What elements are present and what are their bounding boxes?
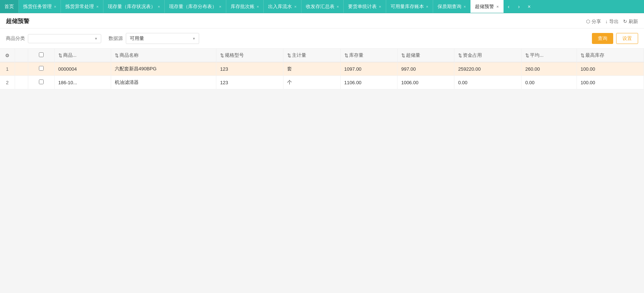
th-product-name[interactable]: ⇅ 商品名称 [111,49,216,62]
filter-actions: 查询 设置 [592,33,638,44]
nav-item-stock-status[interactable]: 现存量（库存状况表） × [103,0,165,13]
nav-item-stock-dist[interactable]: 现存量（库存分布表） × [165,0,226,13]
export-button[interactable]: ↓ 导出 [605,18,619,25]
sort-icon: ⇅ [525,53,529,58]
header-actions: ⬡ 分享 ↓ 导出 ↻ 刷新 [586,18,638,25]
refresh-icon: ↻ [623,19,627,24]
nav-item-overstock[interactable]: 超储预警 × [471,0,503,13]
sort-icon: ⇅ [58,53,62,58]
td-product-name-2: 机油滤清器 [111,76,216,89]
td-spec-1: 123 [216,62,283,76]
td-max-stock-1: 100.00 [577,62,644,76]
row-checkbox-2[interactable] [39,79,44,84]
td-over-stock-2: 1006.00 [397,76,454,89]
data-table: ⚙ ⇅ 商品... ⇅ 商品名 [0,49,644,89]
close-icon[interactable]: × [96,4,98,9]
sort-icon: ⇅ [115,53,119,58]
datasource-select[interactable]: 可用量 ▾ [126,33,199,44]
close-icon[interactable]: × [294,4,296,9]
nav-item-inout-flow[interactable]: 出入库流水 × [264,0,301,13]
td-capital-1: 259220.00 [454,62,522,76]
td-row-num-2: 2 [0,76,15,89]
close-icon[interactable]: × [257,4,259,9]
td-row-num-1: 1 [0,62,15,76]
td-unit-2: 个 [283,76,340,89]
th-spec[interactable]: ⇅ 规格型号 [216,49,283,62]
td-checkbox-2 [28,76,54,89]
td-unit-1: 套 [283,62,340,76]
td-over-stock-1: 997.00 [397,62,454,76]
nav-prev-arrow[interactable]: ‹ [504,0,514,13]
close-icon[interactable]: × [379,4,381,9]
page-title: 超储预警 [6,18,29,25]
close-icon[interactable]: × [464,4,466,9]
th-over-stock[interactable]: ⇅ 超储量 [397,49,454,62]
td-capital-2: 0.00 [454,76,522,89]
filter-area: 商品分类 ▾ 数据源 可用量 ▾ 查询 设置 [0,29,644,49]
td-checkbox-1 [28,62,54,76]
close-icon[interactable]: × [219,4,221,9]
sort-icon: ⇅ [581,53,585,58]
table-header-row: ⚙ ⇅ 商品... ⇅ 商品名 [0,49,644,62]
datasource-label: 数据源 [109,35,123,42]
td-stock-2: 1106.00 [340,76,397,89]
sort-icon: ⇅ [287,53,291,58]
td-avg-1: 260.00 [522,62,577,76]
nav-item-order-stats[interactable]: 要货单统计表 × [344,0,386,13]
td-spec-2: 123 [216,76,283,89]
category-select[interactable]: ▾ [28,34,101,43]
nav-item-batch-account[interactable]: 库存批次账 × [226,0,264,13]
select-all-checkbox[interactable] [39,52,44,57]
close-icon[interactable]: × [496,4,498,9]
nav-next-arrow[interactable]: › [514,0,524,13]
th-avg[interactable]: ⇅ 平均... [522,49,577,62]
close-icon[interactable]: × [426,4,428,9]
nav-item-exception-handle[interactable]: 拣货异常处理 × [61,0,103,13]
table-row: 2 186-10... 机油滤清器 123 个 1106.00 1006.00 … [0,76,644,89]
refresh-button[interactable]: ↻ 刷新 [623,18,638,25]
export-icon: ↓ [605,19,608,24]
nav-item-home[interactable]: 首页 [0,0,19,13]
td-avg-2: 0.00 [522,76,577,89]
th-num [15,49,28,62]
nav-item-expiry[interactable]: 保质期查询 × [433,0,471,13]
datasource-value: 可用量 [130,35,144,42]
close-icon[interactable]: × [337,4,339,9]
th-stock[interactable]: ⇅ 库存量 [340,49,397,62]
sort-icon: ⇅ [220,53,224,58]
td-seq-2 [15,76,28,89]
td-product-name-1: 六配套新昌490BPG [111,62,216,76]
page-container: 超储预警 ⬡ 分享 ↓ 导出 ↻ 刷新 商品分类 ▾ 数据源 [0,13,644,89]
td-seq-1 [15,62,28,76]
nav-item-available-account[interactable]: 可用量库存账本 × [386,0,433,13]
query-button[interactable]: 查询 [592,33,613,44]
th-product-code[interactable]: ⇅ 商品... [54,49,111,62]
category-label: 商品分类 [6,35,25,42]
th-capital[interactable]: ⇅ 资金占用 [454,49,522,62]
td-product-code-2: 186-10... [54,76,111,89]
sort-icon: ⇅ [401,53,405,58]
chevron-down-icon: ▾ [95,36,97,41]
row-checkbox-1[interactable] [39,66,44,71]
th-unit[interactable]: ⇅ 主计量 [283,49,340,62]
td-max-stock-2: 100.00 [577,76,644,89]
datasource-filter-group: 数据源 可用量 ▾ [109,33,199,44]
top-navbar: 首页 拣货任务管理 × 拣货异常处理 × 现存量（库存状况表） × 现存量（库存… [0,0,644,13]
chevron-down-icon: ▾ [193,36,195,41]
close-icon[interactable]: × [54,4,56,9]
share-button[interactable]: ⬡ 分享 [586,18,601,25]
th-settings: ⚙ [0,49,15,62]
td-product-code-1: 0000004 [54,62,111,76]
th-checkbox [28,49,54,62]
nav-item-summary[interactable]: 收发存汇总表 × [301,0,344,13]
nav-item-task-manage[interactable]: 拣货任务管理 × [19,0,61,13]
page-header: 超储预警 ⬡ 分享 ↓ 导出 ↻ 刷新 [0,13,644,29]
setting-button[interactable]: 设置 [616,33,638,44]
sort-icon: ⇅ [458,53,462,58]
table-row: 1 0000004 六配套新昌490BPG 123 套 1097.00 997.… [0,62,644,76]
table-container: ⚙ ⇅ 商品... ⇅ 商品名 [0,49,644,89]
close-icon[interactable]: × [158,4,160,9]
th-max-stock[interactable]: ⇅ 最高库存 [577,49,644,62]
nav-close-arrow[interactable]: × [524,0,534,13]
settings-icon[interactable]: ⚙ [5,53,10,58]
